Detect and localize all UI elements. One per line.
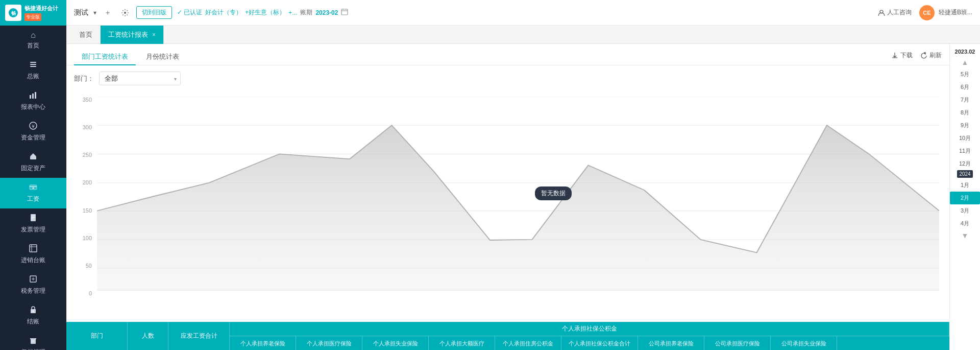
switch-old-version-button[interactable]: 切到旧版 [136, 6, 172, 19]
product-tag-more: +... [288, 9, 297, 16]
scroll-up-arrow[interactable]: ▲ [962, 57, 969, 68]
month-9[interactable]: 9月 [950, 119, 980, 132]
month-1[interactable]: 1月 [950, 179, 980, 192]
tab-salary-report[interactable]: 工资统计报表 × [101, 26, 164, 44]
sales-icon [28, 244, 38, 254]
month-5[interactable]: 5月 [950, 68, 980, 81]
month-10[interactable]: 10月 [950, 132, 980, 145]
th-personal-cols: 个人承担养老保险 个人承担医疗保险 个人承担失业保险 个人承担大额医疗 个人承担… [230, 336, 949, 350]
svg-rect-7 [35, 92, 36, 99]
sidebar-item-funds[interactable]: ¥ 资金管理 [0, 116, 66, 147]
sub-tab-dept[interactable]: 部门工资统计表 [74, 49, 136, 65]
svg-point-31 [124, 12, 126, 14]
tax-icon [28, 275, 38, 285]
month-4[interactable]: 4月 [950, 217, 980, 230]
sub-tab-month[interactable]: 月份统计表 [138, 49, 187, 65]
product-tag-good: 好会计（专） [205, 8, 242, 17]
avatar: CE [919, 5, 935, 20]
download-button[interactable]: 下载 [891, 51, 913, 60]
th-headcount: 人数 [128, 322, 168, 350]
logo-icon: 畅 [5, 5, 21, 21]
month-12[interactable]: 12月 [950, 157, 980, 170]
topbar: 测试 ▾ ＋ 切到旧版 ✓ 已认证 好会计（专） +好生意（标） +... 账期… [66, 0, 980, 26]
chart-svg-wrapper: 暂无数据 [97, 97, 939, 296]
sidebar-item-archive[interactable]: 归档管理 [0, 331, 66, 350]
topbar-status: ✓ 已认证 好会计（专） +好生意（标） +... 账期 2023-02 [177, 8, 348, 17]
certified-status: ✓ 已认证 [177, 8, 202, 17]
svg-rect-3 [30, 64, 36, 65]
month-8[interactable]: 8月 [950, 106, 980, 119]
y-label-350: 350 [83, 97, 92, 103]
archive-icon [28, 336, 38, 346]
sidebar-item-closing[interactable]: 结账 [0, 300, 66, 331]
y-label-250: 250 [83, 152, 92, 158]
svg-rect-5 [30, 95, 31, 99]
assets-icon [28, 152, 38, 162]
chart-container: 350 300 250 200 150 100 50 0 [74, 97, 942, 317]
month-6[interactable]: 6月 [950, 81, 980, 94]
year-2024-badge: 2024 [957, 170, 972, 178]
dropdown-arrow-icon[interactable]: ▾ [93, 9, 96, 16]
topbar-title: 测试 [74, 8, 88, 17]
svg-rect-19 [32, 219, 34, 219]
sidebar: 畅 畅捷通好会计 专业版 ⌂ 首页 总账 [0, 0, 66, 350]
sidebar-item-sales[interactable]: 进销台账 [0, 239, 66, 270]
month-11[interactable]: 11月 [950, 145, 980, 157]
sub-tab-actions: 下载 刷新 [891, 51, 942, 63]
sidebar-item-assets[interactable]: 固定资产 [0, 147, 66, 178]
period-label: 账期 [300, 8, 312, 17]
scroll-down-arrow[interactable]: ▼ [962, 230, 969, 241]
content-main: 部门工资统计表 月份统计表 下载 [66, 44, 949, 350]
month-7[interactable]: 7月 [950, 94, 980, 106]
th-company-col-2: 公司承担失业保险 [771, 336, 837, 350]
month-3[interactable]: 3月 [950, 204, 980, 217]
svg-rect-6 [32, 94, 34, 99]
add-button[interactable]: ＋ [102, 7, 114, 19]
close-tab-icon[interactable]: × [152, 31, 156, 38]
dept-select-wrapper: 全部 财务部 行政部 技术部 销售部 ▾ [99, 72, 181, 85]
th-personal-col-4: 个人承担住房公积金 [495, 336, 561, 350]
th-company-col-0: 公司承担养老保险 [638, 336, 704, 350]
calendar-icon[interactable] [341, 8, 348, 17]
y-label-0: 0 [89, 290, 92, 296]
svg-rect-32 [341, 9, 348, 15]
th-total-salary: 应发工资合计 [168, 322, 230, 350]
sidebar-item-salary[interactable]: 工资 [0, 178, 66, 208]
svg-rect-10 [30, 156, 36, 159]
svg-text:畅: 畅 [11, 11, 16, 16]
th-personal-col-0: 个人承担养老保险 [230, 336, 296, 350]
username: 轻捷通B班... [939, 8, 972, 17]
invoice-icon [28, 214, 38, 224]
sidebar-nav: ⌂ 首页 总账 报表中心 [0, 26, 66, 350]
area-chart [97, 97, 939, 296]
th-personal-col-1: 个人承担医疗保险 [296, 336, 362, 350]
th-personal-col-5: 个人承担社保公积金合计 [561, 336, 638, 350]
funds-icon: ¥ [28, 122, 38, 132]
refresh-button[interactable]: 刷新 [920, 51, 942, 60]
svg-marker-11 [30, 153, 36, 156]
settings-button[interactable] [119, 7, 131, 19]
tab-home[interactable]: 首页 [71, 26, 101, 44]
logo-text: 畅捷通好会计 专业版 [24, 5, 58, 21]
svg-rect-28 [32, 341, 34, 341]
right-panel: 2023.02 ▲ 5月 6月 7月 8月 9月 10月 11月 12月 202… [949, 44, 980, 350]
y-label-200: 200 [83, 179, 92, 185]
table-header: 部门 人数 应发工资合计 个人承担社保公积金 个人承担养老保险 个人承担医疗保险… [66, 322, 949, 350]
sidebar-item-home[interactable]: ⌂ 首页 [0, 26, 66, 55]
sidebar-item-invoice[interactable]: 发票管理 [0, 208, 66, 239]
y-axis: 350 300 250 200 150 100 50 0 [74, 97, 94, 296]
reports-icon [28, 91, 38, 101]
dept-select[interactable]: 全部 财务部 行政部 技术部 销售部 [99, 72, 181, 85]
period-value: 2023-02 [315, 9, 338, 16]
th-personal-group: 个人承担社保公积金 个人承担养老保险 个人承担医疗保险 个人承担失业保险 个人承… [230, 322, 949, 350]
user-area[interactable]: CE 轻捷通B班... [919, 5, 972, 20]
svg-rect-17 [32, 216, 35, 216]
sidebar-item-tax[interactable]: 税务管理 [0, 270, 66, 300]
sidebar-item-reports[interactable]: 报表中心 [0, 86, 66, 116]
sub-tabbar: 部门工资统计表 月份统计表 下载 [66, 44, 949, 65]
product-tag-biz: +好生意（标） [245, 8, 285, 17]
sidebar-item-ledger[interactable]: 总账 [0, 55, 66, 86]
month-2-active[interactable]: 2月 [950, 192, 980, 204]
service-button[interactable]: 人工咨询 [878, 8, 912, 17]
svg-text:¥: ¥ [31, 124, 35, 129]
